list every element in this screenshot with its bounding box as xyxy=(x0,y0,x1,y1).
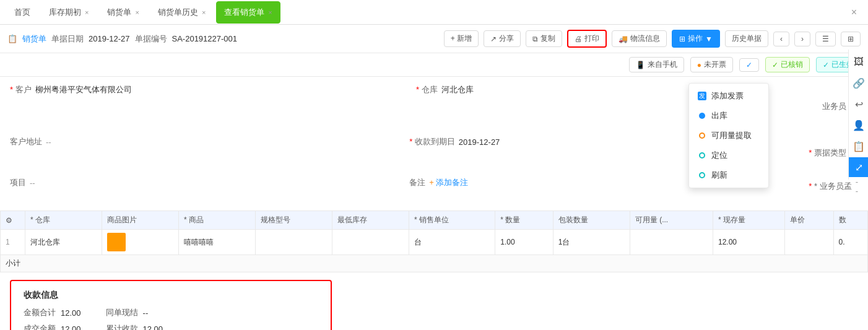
menu-refresh[interactable]: 刷新 xyxy=(689,165,768,185)
col-product-label: * 商品 xyxy=(184,215,204,224)
row-min-stock xyxy=(332,230,409,255)
col-unit-price: 单价 xyxy=(785,211,833,230)
add-button[interactable]: + 新增 xyxy=(444,30,479,47)
available-qty-label: 可用量提取 xyxy=(711,130,752,141)
history-button[interactable]: 历史单据 xyxy=(725,30,768,47)
locate-icon xyxy=(698,151,706,160)
add-label: + 新增 xyxy=(451,33,472,44)
payment-box: 收款信息 金额合计 12.00 同单现结 -- 成交金额 12.00 累计收款 xyxy=(10,280,332,330)
print-label: 打印 xyxy=(584,33,599,44)
sidebar-icon-user[interactable]: 👤 xyxy=(849,115,868,135)
row-spec xyxy=(256,230,332,255)
nav-next-button[interactable]: › xyxy=(794,32,810,46)
row-pack-qty: 1台 xyxy=(553,230,630,255)
table-area: ⚙ * 仓库 商品图片 * 商品 规格型号 最低库存 * 销售单位 * 数量 包… xyxy=(0,211,868,272)
invoice-icon: ● xyxy=(697,61,701,69)
tab-inventory-init-label: 库存期初 xyxy=(49,7,81,18)
row-sales-unit: 台 xyxy=(409,230,495,255)
col-product-img: 商品图片 xyxy=(102,211,179,230)
operate-button[interactable]: ⊞ 操作 ▼ xyxy=(672,30,720,48)
doc-no-value: SA-20191227-001 xyxy=(172,34,238,43)
sidebar-icon-return[interactable]: ↩ xyxy=(849,94,868,114)
project-value: -- xyxy=(30,178,35,188)
tab-sales-history-close[interactable]: × xyxy=(202,9,206,16)
tab-view-sales[interactable]: 查看销货单 × xyxy=(216,1,280,24)
col-stock: * 现存量 xyxy=(713,211,784,230)
refresh-label: 刷新 xyxy=(711,170,727,181)
tab-inventory-init[interactable]: 库存期初 × xyxy=(41,1,97,24)
sidebar-expand-button[interactable]: ⤢ xyxy=(849,157,868,177)
doc-type-icon: 📋 xyxy=(7,34,17,43)
not-open-label: 未开票 xyxy=(704,59,726,70)
mobile-icon: 📱 xyxy=(636,61,645,69)
check-effective-icon: ✓ xyxy=(823,61,829,69)
refresh-icon xyxy=(698,171,706,180)
menu-add-invoice[interactable]: 发 添加发票 xyxy=(689,86,768,106)
tab-home[interactable]: 首页 xyxy=(6,1,38,24)
project-label: 项目 xyxy=(10,177,26,188)
tab-sales-order[interactable]: 销货单 × xyxy=(99,1,147,24)
same-order-value: -- xyxy=(143,308,149,318)
row-stock: 12.00 xyxy=(713,230,784,255)
grid-view-icon: ⊞ xyxy=(848,35,854,43)
customer-field: 客户 柳州粤港平安气体有限公司 xyxy=(10,84,406,95)
subtotal-row: 小计 xyxy=(1,255,868,272)
tab-sales-order-close[interactable]: × xyxy=(135,9,139,16)
amount-item: 金额合计 12.00 xyxy=(24,307,81,318)
sidebar-icon-doc[interactable]: 📋 xyxy=(849,136,868,156)
tab-bar: 首页 库存期初 × 销货单 × 销货单历史 × 查看销货单 × × xyxy=(0,0,868,25)
deal-label: 成交金额 xyxy=(24,323,56,330)
deal-item: 成交金额 12.00 xyxy=(24,323,81,330)
col-unit-price-label: 单价 xyxy=(790,215,805,224)
col-warehouse-label: * 仓库 xyxy=(30,215,50,224)
deal-value: 12.00 xyxy=(61,324,81,331)
share-label: 分享 xyxy=(499,33,514,44)
amount-value: 12.00 xyxy=(61,308,81,318)
menu-outbound[interactable]: 出库 xyxy=(689,106,768,126)
staff2-field: * 业务员孟 -- xyxy=(809,177,858,196)
logistics-button[interactable]: 🚚 物流信息 xyxy=(612,30,667,47)
copy-button[interactable]: ⧉ 复制 xyxy=(526,30,562,47)
window-close-button[interactable]: × xyxy=(846,4,862,20)
doc-type-info: 📋 销货单 单据日期 2019-12-27 单据编号 SA-20191227-0… xyxy=(7,33,237,45)
table-row: 1 河北仓库 嘻嘻嘻嘻 台 1.00 1台 12.00 0. xyxy=(1,230,868,255)
add-remark-button[interactable]: 添加备注 xyxy=(429,177,468,188)
share-button[interactable]: ↗ 分享 xyxy=(484,30,521,47)
check-icon: ✓ xyxy=(746,61,752,69)
nav-prev-button[interactable]: ‹ xyxy=(773,32,789,46)
tab-sales-history[interactable]: 销货单历史 × xyxy=(150,1,214,24)
list-view-button[interactable]: ☰ xyxy=(815,32,836,46)
operate-dropdown: 发 添加发票 出库 可用量提取 定位 刷新 xyxy=(688,83,769,188)
product-thumbnail xyxy=(107,233,126,251)
prev-icon: ‹ xyxy=(780,35,783,43)
col-spec: 规格型号 xyxy=(256,211,332,230)
tab-inventory-init-close[interactable]: × xyxy=(85,9,89,16)
sidebar-icon-link[interactable]: 🔗 xyxy=(849,73,868,93)
check-button[interactable]: ✓ xyxy=(739,58,759,72)
row-warehouse: 河北仓库 xyxy=(25,230,102,255)
menu-locate[interactable]: 定位 xyxy=(689,145,768,165)
cumulative-item: 累计收款 12.00 xyxy=(106,323,163,330)
doc-date-value: 2019-12-27 xyxy=(89,34,130,43)
menu-available-qty[interactable]: 可用量提取 xyxy=(689,126,768,145)
row-product: 嘻嘻嘻嘻 xyxy=(179,230,256,255)
amount-label: 金额合计 xyxy=(24,307,56,318)
grid-view-button[interactable]: ⊞ xyxy=(841,32,861,46)
doc-date-label: 单据日期 xyxy=(51,33,84,45)
tab-view-sales-close[interactable]: × xyxy=(268,9,272,16)
col-product: * 商品 xyxy=(179,211,256,230)
right-sidebar: 🖼 🔗 ↩ 👤 📋 ⤢ xyxy=(848,50,868,180)
copy-icon: ⧉ xyxy=(532,35,538,43)
sidebar-icon-image[interactable]: 🖼 xyxy=(849,52,868,72)
not-open-button[interactable]: ● 未开票 xyxy=(690,57,733,72)
list-view-icon: ☰ xyxy=(822,35,829,43)
staff2-label: * 业务员孟 xyxy=(809,181,851,192)
tab-view-sales-label: 查看销货单 xyxy=(224,7,264,18)
col-qty: * 数量 xyxy=(495,211,553,230)
from-mobile-button[interactable]: 📱 来自手机 xyxy=(629,57,684,72)
available-qty-icon xyxy=(698,131,706,140)
print-button[interactable]: 🖨 打印 xyxy=(567,30,607,48)
col-qty-label: * 数量 xyxy=(500,215,520,224)
address-value: -- xyxy=(46,137,51,147)
operate-label: 操作 xyxy=(688,33,703,44)
